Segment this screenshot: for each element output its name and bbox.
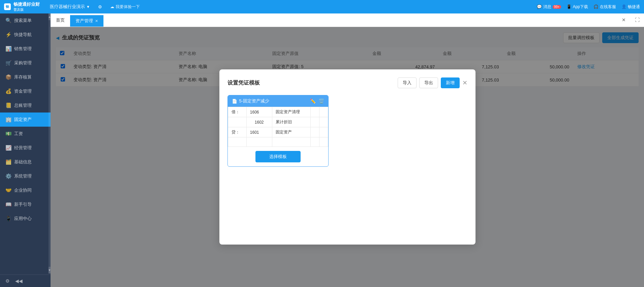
top-bar-right: 💬 消息 99+ 📱 App下载 🎧 在线客服 👤 畅捷通 [537,4,640,10]
delete-template-icon[interactable]: 🗑️ [318,98,324,104]
template-card-header: 📄 5-固定资产减少 ✏️ 🗑️ [228,95,328,107]
modal-close-button[interactable]: ✕ [462,79,467,87]
template-footer: 选择模板 [228,147,328,166]
sidebar-item-sales[interactable]: 📊 销售管理 [0,42,51,56]
document-icon: 📄 [232,99,237,104]
template-entry-row: 贷： 1601 固定资产 [228,127,328,137]
app-subtitle: 普及版 [13,7,40,12]
sidebar-item-quicknav[interactable]: ⚡ 快捷导航 [0,28,51,42]
operations-icon: 📈 [5,145,11,151]
sidebar-item-purchase[interactable]: 🛒 采购管理 [0,56,51,70]
scroll-up-icon[interactable]: ▲ [48,15,51,19]
template-card: 📄 5-固定资产减少 ✏️ 🗑️ [227,95,329,167]
quicknav-icon: ⚡ [5,32,11,38]
experience-button[interactable]: ☁ 我要体验一下 [110,4,140,10]
collab-icon: 🤝 [5,187,11,193]
credit-col-1 [319,127,328,137]
template-entry-row: 1602 累计折旧 [228,117,328,127]
export-button[interactable]: 导出 [419,77,438,88]
import-button[interactable]: 导入 [398,77,417,88]
debit-label-2 [228,117,246,127]
app-title: 畅捷通好业财 [13,1,40,7]
purchase-icon: 🛒 [5,60,11,66]
appcenter-icon: 📱 [5,216,11,222]
template-card-title-area: 📄 5-固定资产减少 [232,98,270,104]
select-template-button[interactable]: 选择模板 [255,151,301,162]
guide-icon: 📖 [5,201,11,208]
window-controls: ✕ ⛶ [617,13,644,27]
debit-code-1: 1606 [246,107,272,117]
app-logo: 畅 [4,3,11,10]
collapse-sidebar-icon[interactable]: ◀◀ [15,278,23,284]
download-icon: 📱 [566,4,572,9]
company-selector[interactable]: 医疗器械行业演示 ▼ [50,4,90,10]
messages-badge: 99+ [553,5,561,9]
sidebar-item-assets[interactable]: 🏢 固定资产 [0,113,51,127]
assets-icon: 🏢 [5,117,11,123]
modal-actions: 导入 导出 新增 [398,77,460,88]
settings-icon[interactable]: ⚙ [95,2,105,11]
debit-amount-1 [310,107,319,117]
sidebar-item-search[interactable]: 🔍 搜索菜单 [0,13,51,28]
system-icon: ⚙️ [5,173,11,179]
sidebar-item-inventory[interactable]: 📦 库存核算 [0,70,51,84]
messages-button[interactable]: 💬 消息 99+ [537,4,561,10]
content-area: 首页 资产管理 ✕ ✕ ⛶ ◀ 生成的凭证预览 [51,13,644,287]
sidebar-item-appcenter[interactable]: 📱 应用中心 [0,212,51,226]
modal-header-right: 导入 导出 新增 ✕ [398,77,467,88]
app-download-button[interactable]: 📱 App下载 [566,4,588,10]
maximize-window-button[interactable]: ⛶ [631,13,644,27]
top-bar: 畅 畅捷通好业财 普及版 医疗器械行业演示 ▼ ⚙ ☁ 我要体验一下 💬 消息 … [0,0,644,13]
chevron-down-icon: ▼ [86,5,90,9]
sidebar-item-guide[interactable]: 📖 新手引导 [0,197,51,212]
payroll-icon: 💵 [5,131,11,137]
tab-asset-mgmt[interactable]: 资产管理 ✕ [70,15,103,27]
debit-label-1: 借： [228,107,246,117]
sidebar-bottom: ⚙ ◀◀ [0,275,51,287]
sidebar-item-system[interactable]: ⚙️ 系统管理 [0,169,51,183]
ledger-icon: 📒 [5,102,11,108]
sales-icon: 📊 [5,46,11,52]
sidebar: ▲ ▼ 🔍 搜索菜单 ⚡ 快捷导航 📊 销售管理 [0,13,51,287]
online-service-button[interactable]: 🎧 在线客服 [593,4,616,10]
user-icon: 👤 [621,4,626,9]
template-modal: 设置凭证模板 导入 导出 新增 ✕ [219,69,476,245]
inventory-icon: 📦 [5,74,11,80]
sidebar-item-payroll[interactable]: 💵 工资 [0,127,51,141]
debit-code-2: 1602 [246,117,272,127]
sidebar-item-collab[interactable]: 🤝 企业协同 [0,183,51,197]
tab-home[interactable]: 首页 [51,14,70,27]
base-icon: 🗂️ [5,159,11,165]
sidebar-item-base[interactable]: 🗂️ 基础信息 [0,155,51,169]
edit-template-icon[interactable]: ✏️ [310,98,316,104]
template-empty-row [228,137,328,147]
capital-icon: 💰 [5,88,11,94]
sidebar-item-capital[interactable]: 💰 资金管理 [0,84,51,98]
debit-col-2 [319,117,328,127]
credit-amount-1 [310,127,319,137]
user-button[interactable]: 👤 畅捷通 [621,4,640,10]
template-name: 5-固定资产减少 [239,98,270,104]
debit-name-1: 固定资产清理 [272,107,310,117]
sidebar-item-operations[interactable]: 📈 经营管理 [0,141,51,155]
modal-header: 设置凭证模板 导入 导出 新增 ✕ [227,77,467,88]
credit-label: 贷： [228,127,246,137]
new-template-button[interactable]: 新增 [441,77,460,88]
template-card-actions: ✏️ 🗑️ [310,98,324,104]
template-entries-table: 借： 1606 固定资产清理 1602 [228,107,328,147]
close-window-button[interactable]: ✕ [617,13,631,27]
sidebar-item-ledger[interactable]: 📒 总账管理 [0,98,51,113]
page-content: ◀ 生成的凭证预览 批量调控模板 全部生成凭证 变动类型 [51,27,644,287]
settings-bottom-icon[interactable]: ⚙ [5,278,10,284]
cloud-icon: ☁ [110,4,114,9]
debit-amount-2 [310,117,319,127]
app-branding: 畅 畅捷通好业财 普及版 [4,1,40,12]
tab-close-icon[interactable]: ✕ [95,19,98,23]
modal-title: 设置凭证模板 [227,79,260,87]
debit-col-1 [319,107,328,117]
tab-bar: 首页 资产管理 ✕ ✕ ⛶ [51,13,644,27]
service-icon: 🎧 [593,4,599,9]
credit-name-1: 固定资产 [272,127,310,137]
template-entry-row: 借： 1606 固定资产清理 [228,107,328,117]
message-icon: 💬 [537,4,542,9]
